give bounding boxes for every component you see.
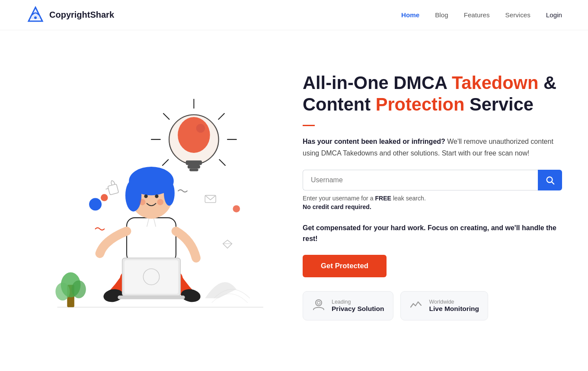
- search-row: [303, 170, 562, 190]
- get-protected-button[interactable]: Get Protected: [303, 255, 387, 277]
- svg-point-27: [164, 181, 175, 206]
- nav-blog[interactable]: Blog: [435, 11, 448, 19]
- logo-icon: [26, 6, 45, 25]
- svg-point-30: [139, 199, 145, 205]
- svg-rect-44: [108, 184, 118, 195]
- svg-line-50: [552, 182, 554, 184]
- svg-point-28: [144, 194, 147, 198]
- no-cc-text: No credit card required.: [303, 203, 562, 210]
- nav-services[interactable]: Services: [505, 11, 530, 19]
- search-icon: [545, 175, 555, 185]
- hero-illustration: [26, 66, 277, 327]
- nav-home[interactable]: Home: [401, 11, 419, 19]
- svg-point-51: [316, 300, 322, 306]
- svg-point-6: [233, 205, 240, 212]
- badge-privacy: Leading Privacy Solution: [303, 291, 393, 320]
- badge1-main: Privacy Solution: [332, 305, 384, 313]
- svg-line-45: [105, 188, 108, 189]
- svg-line-19: [219, 160, 225, 165]
- hint-pre: Enter your username for a: [303, 195, 375, 202]
- svg-point-26: [125, 179, 141, 212]
- badge-monitoring: Worldwide Live Monitoring: [400, 291, 489, 320]
- badge-monitoring-text: Worldwide Live Monitoring: [429, 299, 479, 313]
- cta-text: Get compensated for your hard work. Focu…: [303, 222, 562, 244]
- title-highlight1: Takedown: [452, 73, 538, 93]
- logo-link[interactable]: CopyrightShark: [26, 6, 114, 25]
- illustration-svg: [26, 66, 277, 325]
- search-hint: Enter your username for a FREE leak sear…: [303, 195, 562, 202]
- svg-rect-20: [127, 218, 176, 263]
- hint-free: FREE: [375, 195, 391, 202]
- hero-description: Has your content been leaked or infringe…: [303, 136, 562, 159]
- badge2-sub: Worldwide: [429, 299, 479, 305]
- nav-links: Home Blog Features Services Login: [401, 11, 562, 19]
- svg-marker-46: [223, 240, 232, 248]
- hero-title: All-in-One DMCA Takedown & Content Prote…: [303, 72, 562, 115]
- nav-features[interactable]: Features: [464, 11, 490, 19]
- svg-line-14: [163, 114, 169, 119]
- svg-point-3: [89, 198, 102, 211]
- title-divider: [303, 125, 315, 126]
- svg-rect-11: [188, 165, 200, 168]
- svg-point-42: [55, 282, 70, 300]
- badge-privacy-text: Leading Privacy Solution: [332, 299, 384, 313]
- badge1-sub: Leading: [332, 299, 384, 305]
- svg-point-9: [178, 117, 210, 153]
- svg-point-43: [72, 280, 86, 298]
- svg-point-29: [155, 194, 158, 198]
- desc-bold: Has your content been leaked or infringe…: [303, 138, 445, 145]
- title-part1: All-in-One DMCA: [303, 73, 452, 93]
- navbar: CopyrightShark Home Blog Features Servic…: [0, 0, 588, 30]
- svg-rect-12: [189, 168, 198, 171]
- svg-rect-10: [186, 161, 202, 165]
- svg-point-52: [317, 301, 320, 304]
- hint-post: leak search.: [391, 195, 426, 202]
- badge2-main: Live Monitoring: [429, 305, 479, 313]
- search-button[interactable]: [538, 170, 562, 190]
- badges-row: Leading Privacy Solution Worldwide Live …: [303, 291, 562, 320]
- svg-line-18: [163, 160, 168, 165]
- svg-rect-36: [125, 260, 178, 294]
- svg-point-2: [34, 16, 37, 19]
- title-highlight2: Protection: [376, 94, 465, 114]
- svg-rect-38: [118, 295, 185, 299]
- svg-point-31: [157, 199, 163, 205]
- hero-section: All-in-One DMCA Takedown & Content Prote…: [0, 30, 588, 371]
- hero-content: All-in-One DMCA Takedown & Content Prote…: [285, 72, 562, 320]
- monitoring-icon: [409, 298, 423, 314]
- username-input[interactable]: [303, 170, 538, 190]
- privacy-icon: [312, 298, 326, 314]
- nav-login[interactable]: Login: [546, 11, 562, 19]
- svg-point-4: [101, 194, 108, 201]
- title-part3: Service: [464, 94, 534, 114]
- logo-text: CopyrightShark: [49, 10, 114, 20]
- svg-line-15: [218, 114, 224, 119]
